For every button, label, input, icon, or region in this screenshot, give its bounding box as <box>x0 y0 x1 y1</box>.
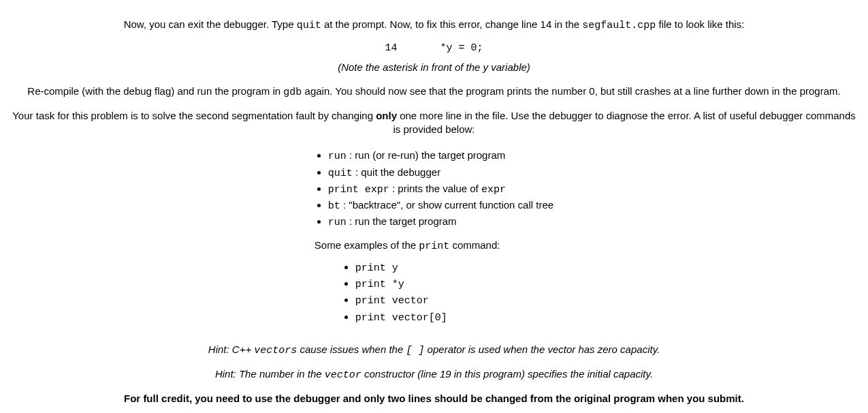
task-paragraph: Your task for this problem is to solve t… <box>11 109 857 137</box>
commands-list: run : run (or re-run) the target program… <box>315 149 553 230</box>
bold-only: only <box>376 110 397 121</box>
list-item: print *y <box>355 277 447 292</box>
text: Re-compile (with the debug flag) and run… <box>27 85 283 97</box>
code-quit: quit <box>297 20 321 31</box>
example-code: print y <box>355 262 398 274</box>
list-item: run : run (or re-run) the target program <box>328 149 553 164</box>
text: Some examples of the <box>315 239 419 251</box>
text: Your task for this problem is to solve t… <box>12 110 376 121</box>
text: at the prompt. Now, to fix this error, c… <box>321 18 583 30</box>
text: cause issues when the <box>297 343 406 355</box>
list-item: run : run the target program <box>328 215 553 230</box>
list-item: print y <box>355 260 447 275</box>
code-vectors: vectors <box>254 345 297 356</box>
list-item: print expr : prints the value of expr <box>328 182 553 197</box>
list-item: bt : "backtrace", or show current functi… <box>328 198 553 213</box>
code-print: print <box>419 241 449 252</box>
code-line-14: 14 *y = 0; <box>11 42 857 54</box>
hint-1: Hint: C++ vectors cause issues when the … <box>11 343 857 358</box>
cmd-desc: : run (or re-run) the target program <box>347 149 505 161</box>
text: Hint: C++ <box>208 343 255 355</box>
text: one more line in the file. Use the debug… <box>393 110 855 135</box>
text: command: <box>449 239 500 251</box>
hint-2: Hint: The number in the vector construct… <box>11 367 857 382</box>
cmd-desc: : run the target program <box>347 215 457 227</box>
cmd-code: bt <box>328 200 340 212</box>
list-item: quit : quit the debugger <box>328 166 553 181</box>
cmd-code: quit <box>328 168 353 179</box>
list-item: print vector[0] <box>355 310 447 325</box>
text: Hint: The number in the <box>215 368 325 380</box>
commands-list-wrap: run : run (or re-run) the target program… <box>315 147 553 333</box>
cmd-desc: : "backtrace", or show current function … <box>340 199 553 211</box>
code-filename: segfault.cpp <box>582 20 656 31</box>
text: operator is used when the vector has zer… <box>424 343 660 355</box>
intro-paragraph: Now, you can exit the debugger. Type qui… <box>11 18 857 33</box>
cmd-code: run <box>328 151 347 162</box>
example-code: print vector <box>355 295 429 307</box>
examples-list: print y print *y print vector print vect… <box>342 260 447 325</box>
note-asterisk: (Note the asterisk in front of the y var… <box>11 61 857 74</box>
cmd-code: print expr <box>328 184 389 196</box>
text: file to look like this: <box>656 18 744 30</box>
text: Now, you can exit the debugger. Type <box>124 18 297 30</box>
text: constructor (line 19 in this program) sp… <box>361 368 653 380</box>
recompile-paragraph: Re-compile (with the debug flag) and run… <box>11 85 857 100</box>
text: again. You should now see that the progr… <box>302 85 840 97</box>
cmd-desc: : prints the value of <box>389 183 481 194</box>
note-text: (Note the asterisk in front of the y var… <box>338 61 530 73</box>
example-code: print *y <box>355 279 404 290</box>
example-code: print vector[0] <box>355 312 447 324</box>
cmd-code: run <box>328 217 347 228</box>
list-item: print vector <box>355 293 447 308</box>
code-brackets: [ ] <box>406 345 424 356</box>
credit-requirement: For full credit, you need to use the deb… <box>11 392 857 406</box>
code-gdb: gdb <box>283 87 302 98</box>
cmd-desc: : quit the debugger <box>353 166 440 178</box>
examples-caption: Some examples of the print command: <box>315 239 553 254</box>
code-vector: vector <box>325 369 361 381</box>
cmd-code-expr: expr <box>481 184 506 196</box>
